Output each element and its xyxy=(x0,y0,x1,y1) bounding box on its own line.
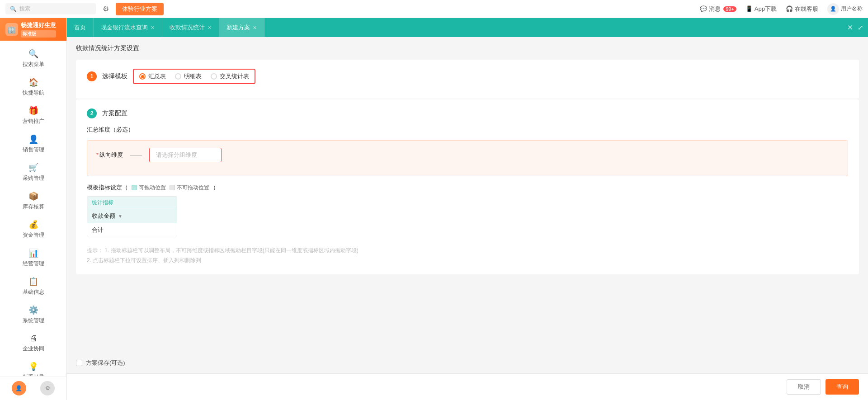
tab-cashflow[interactable]: 现金银行流水查询 ✕ xyxy=(94,18,162,37)
sidebar-item-label: 快捷导航 xyxy=(23,89,44,97)
template-detail-label: 明细表 xyxy=(184,72,202,80)
dimension-area: *纵向维度 —— 请选择分组维度 xyxy=(87,140,848,176)
chart-icon: 📊 xyxy=(28,248,38,258)
trial-button[interactable]: 体验行业方案 xyxy=(116,3,164,15)
fixed-dot xyxy=(170,185,175,190)
tab-cashflow-close[interactable]: ✕ xyxy=(151,25,155,31)
hint-section: 提示： 1. 拖动标题栏可以调整布局，不可跨维度或指标区域拖动栏目字段(只能在同… xyxy=(87,246,848,265)
settings-icon[interactable]: ⚙ xyxy=(99,3,112,15)
sidebar-item-label: 营销推广 xyxy=(23,118,44,125)
step2-section: 2 方案配置 汇总维度（必选） *纵向维度 —— 请选择分组维度 xyxy=(76,99,859,274)
draggable-dot xyxy=(132,185,137,190)
tab-receipts-close[interactable]: ✕ xyxy=(208,25,212,31)
user-name: 用户名称 xyxy=(841,5,863,13)
search-icon: 🔍 xyxy=(10,6,17,12)
radio-cross[interactable] xyxy=(211,73,217,80)
step2-num: 2 xyxy=(87,108,97,118)
notification-label: 消息 xyxy=(709,5,721,13)
phone-icon: 📱 xyxy=(745,5,753,12)
search-menu-icon: 🔍 xyxy=(28,49,38,59)
sidebar-item-marketing[interactable]: 🎁 营销推广 xyxy=(0,101,66,130)
sidebar-item-purchase[interactable]: 🛒 采购管理 xyxy=(0,158,66,187)
tab-newplan[interactable]: 新建方案 ✕ xyxy=(219,18,264,37)
tab-expand-icon[interactable]: ⤢ xyxy=(858,24,863,32)
step2-label: 方案配置 xyxy=(102,109,127,118)
tab-home-label: 首页 xyxy=(74,24,86,32)
tab-newplan-close[interactable]: ✕ xyxy=(253,25,257,31)
tab-bar-right: ✕ ⤢ xyxy=(847,24,868,32)
sidebar-item-label: 采购管理 xyxy=(23,174,44,182)
hint-text-2: 2. 点击标题栏下拉可设置排序、插入列和删除列 xyxy=(87,256,848,266)
dimension-select[interactable]: 请选择分组维度 xyxy=(149,148,222,162)
notification-icon: 💬 xyxy=(700,5,707,12)
avatar: 👤 xyxy=(827,3,839,15)
save-checkbox[interactable] xyxy=(76,360,82,366)
save-section: 方案保存(可选) xyxy=(67,353,868,373)
tab-close-icon[interactable]: ✕ xyxy=(847,24,853,32)
metrics-header-close: ） xyxy=(213,184,219,192)
sidebar-item-guide[interactable]: 💡 新手引导 xyxy=(0,357,66,376)
sidebar-item-finance[interactable]: 💰 资金管理 xyxy=(0,215,66,244)
gift-icon: 🎁 xyxy=(28,106,38,116)
bottom-bar: 取消 查询 xyxy=(67,373,868,400)
finance-icon: 💰 xyxy=(28,220,38,230)
search-bar[interactable]: 🔍 搜索 xyxy=(5,3,96,14)
sidebar-item-enterprise[interactable]: 🖨 企业协同 xyxy=(0,329,66,357)
sidebar-item-management[interactable]: 📊 经营管理 xyxy=(0,244,66,272)
template-detail[interactable]: 明细表 xyxy=(175,72,202,80)
tab-receipts-label: 收款情况统计 xyxy=(170,24,205,32)
logo-content: 畅捷通好生意 标准版 xyxy=(21,21,56,38)
required-marker: * xyxy=(96,151,99,158)
top-header: 🔍 搜索 ⚙ 体验行业方案 💬 消息 99+ 📱 App下载 🎧 在线客服 👤 … xyxy=(0,0,868,18)
metrics-setting-label: 模板指标设定（ xyxy=(87,184,128,192)
sidebar-item-label: 经营管理 xyxy=(23,260,44,268)
metric-chip[interactable]: 收款金额 ▼ xyxy=(87,209,177,223)
metric-subtotal: 合计 xyxy=(87,223,177,237)
template-summary[interactable]: 汇总表 xyxy=(139,72,166,80)
user-info[interactable]: 👤 用户名称 xyxy=(827,3,863,15)
vertical-label: *纵向维度 xyxy=(96,151,123,159)
arrow-icon: —— xyxy=(130,152,142,159)
radio-detail[interactable] xyxy=(175,73,181,80)
download-action[interactable]: 📱 App下载 xyxy=(745,5,777,13)
home-icon: 🏠 xyxy=(28,77,38,87)
save-label: 方案保存(可选) xyxy=(86,359,125,367)
content-area: 首页 现金银行流水查询 ✕ 收款情况统计 ✕ 新建方案 ✕ ✕ ⤢ 收款情况统计… xyxy=(67,18,868,400)
page-title: 收款情况统计方案设置 xyxy=(76,44,859,52)
sidebar: 🏢 畅捷通好生意 标准版 🔍 搜索菜单 🏠 快捷导航 🎁 营销推广 👤 销售管理 xyxy=(0,18,67,400)
sidebar-item-inventory[interactable]: 📦 库存核算 xyxy=(0,187,66,215)
radio-summary[interactable] xyxy=(139,73,146,80)
dimension-title: 汇总维度（必选） xyxy=(87,126,848,134)
chip-dropdown-icon[interactable]: ▼ xyxy=(118,214,123,219)
tab-cashflow-label: 现金银行流水查询 xyxy=(101,24,148,32)
sidebar-logo: 🏢 畅捷通好生意 标准版 xyxy=(0,18,66,41)
settings-bottom[interactable]: ⚙ xyxy=(40,381,55,395)
metrics-section: 模板指标设定（ 可拖动位置 不可拖动位置 ） xyxy=(87,184,848,239)
inventory-icon: 📦 xyxy=(28,191,38,201)
sidebar-item-search[interactable]: 🔍 搜索菜单 xyxy=(0,44,66,73)
tab-home[interactable]: 首页 xyxy=(67,18,94,37)
template-cross[interactable]: 交叉统计表 xyxy=(211,72,249,80)
sidebar-item-quicknav[interactable]: 🏠 快捷导航 xyxy=(0,73,66,101)
user-avatar-bottom[interactable]: 👤 xyxy=(12,381,26,395)
sidebar-item-system[interactable]: ⚙️ 系统管理 xyxy=(0,301,66,329)
metric-item-label: 收款金额 xyxy=(92,212,115,220)
step2-row: 2 方案配置 xyxy=(87,108,848,118)
notification-badge: 99+ xyxy=(723,6,736,12)
sidebar-item-basicinfo[interactable]: 📋 基础信息 xyxy=(0,272,66,301)
search-placeholder-text: 搜索 xyxy=(19,5,30,13)
cancel-button[interactable]: 取消 xyxy=(787,379,821,395)
full-content: 收款情况统计方案设置 1 选择模板 汇总表 xyxy=(67,37,868,400)
query-button[interactable]: 查询 xyxy=(826,379,859,395)
tab-receipts[interactable]: 收款情况统计 ✕ xyxy=(162,18,219,37)
notification-action[interactable]: 💬 消息 99+ xyxy=(700,5,736,13)
sales-icon: 👤 xyxy=(28,134,38,144)
sidebar-item-sales[interactable]: 👤 销售管理 xyxy=(0,130,66,158)
system-icon: ⚙️ xyxy=(28,305,38,315)
logo-icon: 🏢 xyxy=(5,23,18,36)
service-action[interactable]: 🎧 在线客服 xyxy=(786,5,818,13)
step1-section: 1 选择模板 汇总表 明细表 xyxy=(76,60,859,99)
sidebar-nav: 🔍 搜索菜单 🏠 快捷导航 🎁 营销推广 👤 销售管理 🛒 采购管理 📦 xyxy=(0,41,66,376)
step1-num: 1 xyxy=(87,71,97,81)
logo-text: 畅捷通好生意 xyxy=(21,21,56,29)
